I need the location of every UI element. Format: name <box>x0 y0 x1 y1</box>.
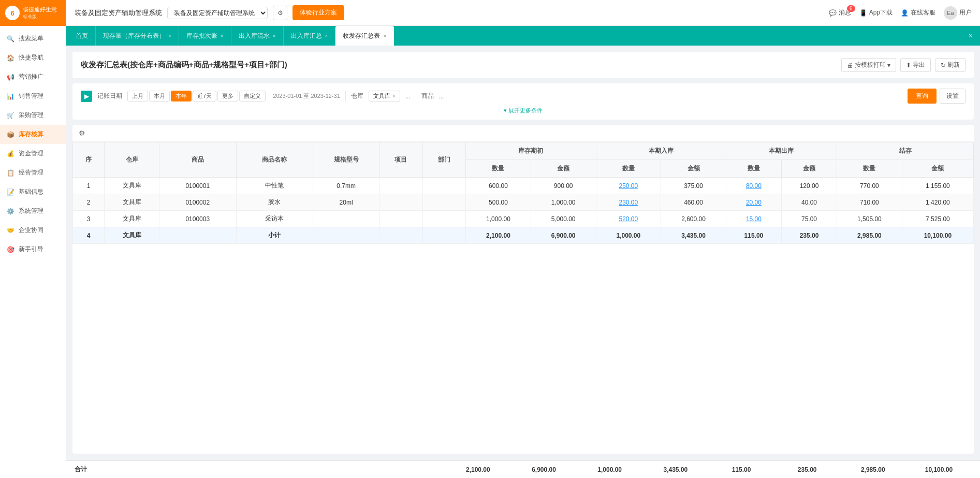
sales-icon: 📊 <box>6 92 14 100</box>
logo-icon: 6 <box>5 6 20 20</box>
sidebar-item-marketing[interactable]: 📢 营销推广 <box>0 67 66 86</box>
tab-batch-label: 库存批次账 <box>186 32 217 40</box>
date-btn-more[interactable]: 更多 <box>217 91 238 102</box>
content-area: 收发存汇总表(按仓库+商品编码+商品+规格型号+项目+部门) 🖨 按模板打印 ▾… <box>66 46 980 460</box>
goods-ellipsis[interactable]: ... <box>439 93 444 100</box>
tab-inventory-dist-close[interactable]: × <box>168 33 171 39</box>
sidebar-item-purchase[interactable]: 🛒 采购管理 <box>0 106 66 125</box>
system-selector[interactable]: 装备及固定资产辅助管理系统 <box>167 7 268 19</box>
cell-dept <box>422 194 466 211</box>
sidebar-item-quick-nav[interactable]: 🏠 快捷导航 <box>0 48 66 67</box>
cell-out-qty-link[interactable]: 20.00 <box>746 199 762 206</box>
tab-bar-close[interactable]: × <box>963 32 978 40</box>
th-group-balance: 结存 <box>837 142 974 160</box>
cell-in-qty-link[interactable]: 520.00 <box>619 215 638 223</box>
sidebar-item-label: 销售管理 <box>19 92 43 100</box>
tab-recv-send-close[interactable]: × <box>383 33 386 39</box>
footer-open-amt: 6,900.00 <box>511 466 577 473</box>
online-service-button[interactable]: 👤 在线客服 <box>901 8 935 17</box>
date-btn-7days[interactable]: 近7天 <box>193 91 216 102</box>
setting-button[interactable]: 设置 <box>940 89 966 104</box>
cell-project <box>379 194 423 211</box>
gear-button[interactable]: ⚙ <box>273 6 287 20</box>
cell-out-qty-link[interactable]: 15.00 <box>746 215 762 223</box>
footer-spacer2 <box>182 466 247 473</box>
message-button[interactable]: 💬 消息 6 <box>829 8 851 17</box>
settings-icon[interactable]: ⚙ <box>79 129 85 137</box>
expand-button[interactable]: ▾ 展开更多条件 <box>504 107 543 114</box>
footer-open-qty: 2,100.00 <box>445 466 511 473</box>
cell-in-qty: 1,000.00 <box>596 227 661 244</box>
message-icon: 💬 <box>829 9 837 17</box>
footer-out-qty: 115.00 <box>708 466 774 473</box>
print-button[interactable]: 🖨 按模板打印 ▾ <box>841 58 896 72</box>
footer-in-qty: 1,000.00 <box>577 466 642 473</box>
tab-recv-send[interactable]: 收发存汇总表 × <box>335 26 394 46</box>
cell-out-qty[interactable]: 20.00 <box>726 194 781 211</box>
phone-icon: 📱 <box>859 9 867 17</box>
warehouse-ellipsis[interactable]: ... <box>405 93 411 100</box>
cell-out-amt: 40.00 <box>781 194 837 211</box>
cell-in-qty[interactable]: 230.00 <box>596 194 661 211</box>
user-avatar: Ea <box>944 6 957 20</box>
sidebar-item-label: 库存核算 <box>19 130 43 139</box>
app-download-button[interactable]: 📱 App下载 <box>859 8 893 17</box>
user-label: 用户 <box>959 8 972 17</box>
cell-name: 胶水 <box>236 194 313 211</box>
app-download-label: App下载 <box>869 8 893 17</box>
sidebar-item-base-info[interactable]: 📝 基础信息 <box>0 182 66 201</box>
tab-inout-flow-close[interactable]: × <box>273 33 276 39</box>
cell-in-qty-link[interactable]: 230.00 <box>619 199 638 206</box>
sidebar-item-system[interactable]: ⚙️ 系统管理 <box>0 201 66 221</box>
sidebar-item-capital[interactable]: 💰 资金管理 <box>0 144 66 163</box>
sidebar-item-operations[interactable]: 📋 经营管理 <box>0 163 66 182</box>
tab-inout-summary-close[interactable]: × <box>325 33 328 39</box>
tab-batch-close[interactable]: × <box>221 33 224 39</box>
warehouse-tag-close[interactable]: × <box>392 93 396 99</box>
cell-out-qty[interactable]: 15.00 <box>726 211 781 227</box>
cell-out-qty-link[interactable]: 80.00 <box>746 182 762 190</box>
tab-home-label: 首页 <box>76 32 88 40</box>
date-btn-custom[interactable]: 自定义 <box>239 91 266 102</box>
tab-inout-summary[interactable]: 出入库汇总 × <box>284 26 336 46</box>
trial-button[interactable]: 体验行业方案 <box>292 5 344 20</box>
tab-batch[interactable]: 库存批次账 × <box>179 26 231 46</box>
cell-in-qty[interactable]: 250.00 <box>596 178 661 194</box>
tab-inventory-dist[interactable]: 现存量（库存分布表） × <box>96 26 179 46</box>
sidebar-item-search[interactable]: 🔍 搜索菜单 <box>0 29 66 48</box>
topbar-right: 💬 消息 6 📱 App下载 👤 在线客服 Ea 用户 <box>829 6 972 20</box>
th-open-qty: 数量 <box>466 160 531 178</box>
online-service-label: 在线客服 <box>911 8 935 17</box>
sidebar-item-newbie[interactable]: 🎯 新手引导 <box>0 240 66 259</box>
footer-bal-qty: 2,985.00 <box>840 466 906 473</box>
sidebar-item-enterprise[interactable]: 🤝 企业协同 <box>0 221 66 240</box>
date-btn-this-year[interactable]: 本年 <box>171 91 192 102</box>
date-btn-last-month[interactable]: 上月 <box>127 91 148 102</box>
export-button[interactable]: ⬆ 导出 <box>900 58 931 72</box>
tab-inout-flow[interactable]: 出入库流水 × <box>231 26 284 46</box>
sidebar-item-label: 企业协同 <box>19 226 43 235</box>
query-button[interactable]: 查询 <box>908 89 937 104</box>
refresh-button[interactable]: ↻ 刷新 <box>935 58 966 72</box>
home-icon: 🏠 <box>6 54 14 62</box>
tab-home[interactable]: 首页 <box>68 26 96 46</box>
warehouse-tag: 文具库 × <box>369 91 400 102</box>
footer-spacer3 <box>247 466 313 473</box>
cell-in-amt: 2,600.00 <box>661 211 726 227</box>
cell-warehouse: 文具库 <box>105 194 159 211</box>
cell-project <box>379 211 423 227</box>
sidebar: 6 畅捷通好生意 标准版 🔍 搜索菜单 🏠 快捷导航 📢 营销推广 📊 销售管理… <box>0 0 66 478</box>
cell-in-qty[interactable]: 520.00 <box>596 211 661 227</box>
user-button[interactable]: Ea 用户 <box>944 6 972 20</box>
sidebar-item-label: 经营管理 <box>19 168 43 177</box>
filter-toggle[interactable]: ▶ <box>81 91 92 102</box>
cell-spec: 0.7mm <box>313 178 379 194</box>
sidebar-item-inventory[interactable]: 📦 库存核算 <box>0 125 66 144</box>
print-label: 按模板打印 <box>855 61 886 69</box>
cell-out-qty[interactable]: 80.00 <box>726 178 781 194</box>
sidebar-item-label: 资金管理 <box>19 149 43 158</box>
sidebar-item-sales[interactable]: 📊 销售管理 <box>0 86 66 106</box>
date-btn-this-month[interactable]: 本月 <box>149 91 170 102</box>
cell-in-qty-link[interactable]: 250.00 <box>619 182 638 190</box>
cell-warehouse: 文具库 <box>105 178 159 194</box>
